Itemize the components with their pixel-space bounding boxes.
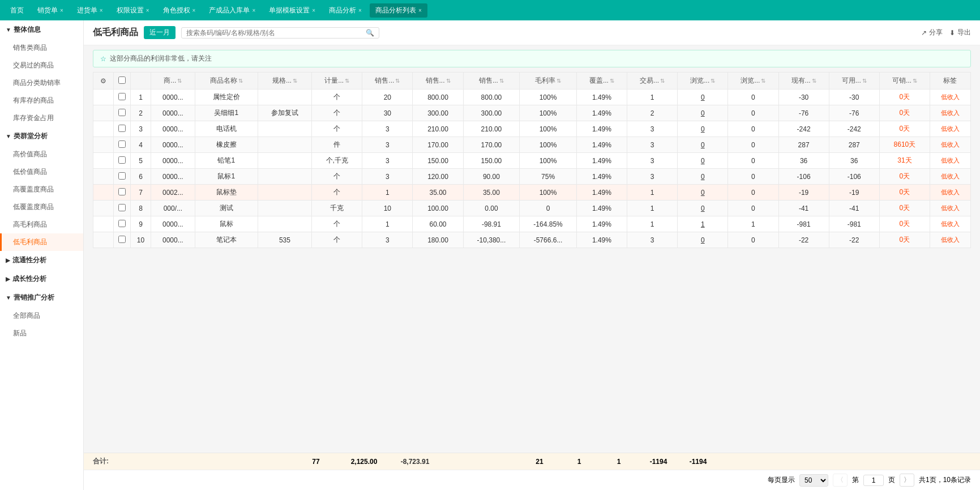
row-views1[interactable]: 0 (678, 201, 728, 216)
row-checkbox-10[interactable] (118, 236, 126, 243)
nav-template-settings-close[interactable]: × (312, 7, 315, 14)
row-views1[interactable]: 0 (678, 153, 728, 169)
nav-permission-settings[interactable]: 权限设置 × (111, 3, 155, 18)
row-views1[interactable]: 0 (678, 232, 728, 248)
row-settings (93, 90, 114, 105)
nav-product-analysis-list-close[interactable]: × (418, 7, 422, 14)
sidebar-item-low-coverage[interactable]: 低覆盖度商品 (0, 198, 83, 216)
row-checkbox-5[interactable] (118, 156, 126, 164)
nav-template-settings[interactable]: 单据模板设置 × (263, 3, 321, 18)
row-checkbox-3[interactable] (118, 125, 126, 132)
sidebar-item-stock-capital[interactable]: 库存资金占用 (0, 109, 83, 127)
col-views1[interactable]: 浏览...⇅ (678, 73, 728, 90)
row-checkbox-7[interactable] (118, 188, 126, 195)
search-input[interactable] (186, 29, 363, 37)
current-page-input[interactable] (863, 475, 884, 486)
nav-product-analysis[interactable]: 商品分析 × (323, 3, 367, 18)
row-sales-profit: 800.00 (463, 90, 520, 105)
col-transaction[interactable]: 交易...⇅ (627, 73, 678, 90)
sidebar-group-overview[interactable]: ▼ 整体信息 (0, 20, 83, 39)
row-checkbox-8[interactable] (118, 204, 126, 211)
row-checkbox-1[interactable] (114, 90, 131, 105)
nav-product-warehousing-close[interactable]: × (252, 7, 255, 14)
nav-role-auth[interactable]: 角色授权 × (157, 3, 202, 18)
nav-product-analysis-close[interactable]: × (358, 7, 362, 14)
sidebar-group-liquidity[interactable]: ▶ 流通性分析 (0, 251, 83, 270)
sidebar-group-cluster[interactable]: ▼ 类群堂分析 (0, 127, 83, 146)
col-sales-qty[interactable]: 销售...⇅ (362, 73, 413, 90)
col-name[interactable]: 商品名称⇅ (195, 73, 258, 90)
sidebar-item-new-goods[interactable]: 新品 (0, 325, 83, 342)
sidebar-item-low-value[interactable]: 低价值商品 (0, 163, 83, 181)
sidebar-group-growth[interactable]: ▶ 成长性分析 (0, 270, 83, 288)
nav-permission-settings-close[interactable]: × (146, 7, 149, 14)
row-views1[interactable]: 0 (678, 121, 728, 137)
row-checkbox-5[interactable] (114, 153, 131, 169)
col-sales-profit[interactable]: 销售...⇅ (463, 73, 520, 90)
row-views1[interactable]: 0 (678, 90, 728, 105)
sidebar-item-high-coverage[interactable]: 高覆盖度商品 (0, 181, 83, 198)
row-checkbox-9[interactable] (114, 216, 131, 232)
row-checkbox-1[interactable] (118, 93, 126, 100)
col-code[interactable]: 商...⇅ (151, 73, 195, 90)
nav-sales-order[interactable]: 销货单 × (32, 3, 69, 18)
share-button[interactable]: ↗ 分享 (921, 28, 943, 37)
sidebar-item-high-value[interactable]: 高价值商品 (0, 146, 83, 163)
nav-purchase-order[interactable]: 进货单 × (71, 3, 109, 18)
sidebar-item-category-rate[interactable]: 商品分类助销率 (0, 74, 83, 92)
row-sales-profit: 150.00 (463, 153, 520, 169)
nav-sales-order-close[interactable]: × (60, 7, 63, 14)
row-sales-profit: 300.00 (463, 105, 520, 121)
nav-product-warehousing[interactable]: 产成品入库单 × (203, 3, 261, 18)
row-checkbox-2[interactable] (114, 105, 131, 121)
nav-product-analysis-list[interactable]: 商品分析列表 × (370, 3, 427, 18)
search-icon[interactable]: 🔍 (366, 29, 374, 37)
sidebar-group-marketing[interactable]: ▼ 营销推广分析 (0, 288, 83, 307)
row-views1[interactable]: 0 (678, 185, 728, 201)
sidebar-item-all-goods[interactable]: 全部商品 (0, 307, 83, 325)
row-checkbox-4[interactable] (114, 137, 131, 153)
sidebar-item-sales-goods[interactable]: 销售类商品 (0, 39, 83, 57)
nav-purchase-order-close[interactable]: × (100, 7, 103, 14)
date-filter-button[interactable]: 近一月 (144, 26, 176, 39)
sidebar-item-low-margin[interactable]: 低毛利商品 (0, 233, 83, 251)
row-views1[interactable]: 0 (678, 105, 728, 121)
page-size-select[interactable]: 50 10 20 100 (799, 474, 828, 487)
select-all-checkbox[interactable] (118, 76, 126, 84)
col-saleable-days[interactable]: 可销...⇅ (879, 73, 930, 90)
col-current-stock[interactable]: 现有...⇅ (778, 73, 829, 90)
summary-sales-profit: -8,723.91 (390, 458, 440, 466)
sidebar-item-stocked-goods[interactable]: 有库存的商品 (0, 92, 83, 109)
col-views2[interactable]: 浏览...⇅ (728, 73, 778, 90)
row-checkbox-3[interactable] (114, 121, 131, 137)
nav-home[interactable]: 首页 (5, 3, 29, 18)
prev-page-button[interactable]: 〈 (833, 474, 848, 487)
row-views1[interactable]: 0 (678, 169, 728, 185)
row-checkbox-7[interactable] (114, 185, 131, 201)
row-views1[interactable]: 0 (678, 137, 728, 153)
row-checkbox-6[interactable] (118, 172, 126, 180)
col-sales-price[interactable]: 销售...⇅ (413, 73, 463, 90)
col-available-stock[interactable]: 可用...⇅ (829, 73, 879, 90)
row-code: 0000... (151, 216, 195, 232)
col-coverage[interactable]: 覆盖...⇅ (576, 73, 627, 90)
row-checkbox-8[interactable] (114, 201, 131, 216)
next-page-button[interactable]: 〉 (900, 474, 914, 487)
row-checkbox-9[interactable] (118, 220, 126, 227)
row-spec (258, 169, 311, 185)
sidebar-item-traded-goods[interactable]: 交易过的商品 (0, 57, 83, 74)
sidebar-item-high-margin[interactable]: 高毛利商品 (0, 216, 83, 233)
col-checkbox[interactable] (114, 73, 131, 90)
row-checkbox-10[interactable] (114, 232, 131, 248)
col-gross-margin[interactable]: 毛利率⇅ (520, 73, 577, 90)
nav-role-auth-close[interactable]: × (192, 7, 196, 14)
col-settings[interactable]: ⚙ (93, 73, 114, 90)
col-unit[interactable]: 计量...⇅ (312, 73, 362, 90)
row-checkbox-4[interactable] (118, 140, 126, 148)
row-views1[interactable]: 1 (678, 216, 728, 232)
col-spec[interactable]: 规格...⇅ (258, 73, 311, 90)
export-button[interactable]: ⬇ 导出 (949, 28, 971, 37)
row-checkbox-2[interactable] (118, 109, 126, 116)
table-container[interactable]: ⚙ 商...⇅ 商品名称⇅ 规格...⇅ 计量...⇅ 销售...⇅ 销售...… (84, 72, 980, 453)
row-checkbox-6[interactable] (114, 169, 131, 185)
